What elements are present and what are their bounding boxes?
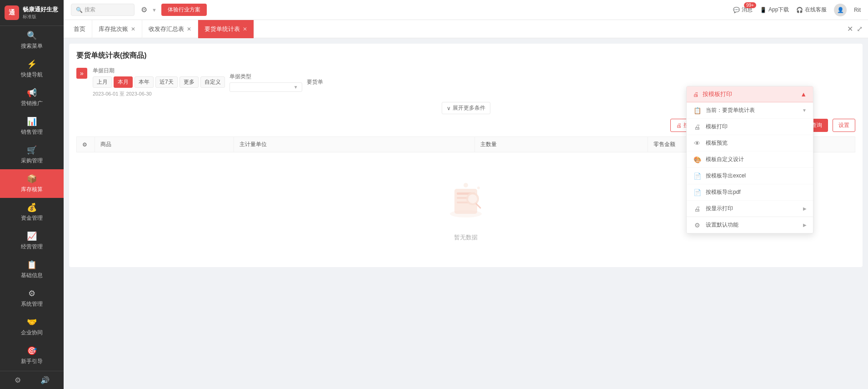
sidebar-item-inventory[interactable]: 📦 库存核算	[0, 169, 64, 198]
order-type-field-group: 要货单	[307, 78, 323, 86]
sidebar: 通 畅康通好生意 标准版 🔍 搜索菜单 ⚡ 快捷导航 📢 营销推广 📊 销售管理…	[0, 0, 64, 389]
sidebar-item-label: 企业协同	[21, 329, 43, 337]
username-label: Rit	[854, 7, 861, 13]
dropdown-display-print[interactable]: 🖨 按显示打印 ▶	[687, 201, 813, 217]
date-range-text: 2023-06-01 至 2023-06-30	[93, 91, 225, 97]
service-icon: 🎧	[796, 7, 803, 13]
tab-close-icon[interactable]: ✕	[243, 26, 247, 32]
settings-label: 设置	[838, 121, 849, 129]
printer-icon: 🖨	[693, 123, 701, 131]
settings-button[interactable]: 设置	[833, 119, 855, 132]
date-week7-btn[interactable]: 近7天	[155, 76, 178, 88]
search-placeholder: 搜索	[85, 6, 95, 14]
dropdown-current-item[interactable]: 📋 当前：要货单统计表 ▼	[687, 102, 813, 119]
expand-conditions-btn[interactable]: ∨ 展开更多条件	[442, 102, 490, 114]
expand-icon: ∨	[447, 105, 451, 111]
settings-gear-icon[interactable]: ⚙	[141, 5, 147, 14]
app-name: 畅康通好生意	[23, 5, 58, 14]
tab-label: 要货单统计表	[205, 25, 240, 33]
content-area: 要货单统计表(按商品) » 单据日期 上月 本月 本年 近7天 更多	[64, 38, 868, 389]
sales-icon: 📊	[27, 116, 37, 126]
dropdown-template-preview[interactable]: 👁 模板预览	[687, 135, 813, 152]
search-box[interactable]: 🔍 搜索	[71, 4, 135, 16]
design-icon: 🎨	[693, 156, 701, 163]
main-area: 🔍 搜索 ⚙ ▼ 体验行业方案 💬 消息 99+ 📱 App下载 🎧 在线客服 …	[64, 0, 868, 389]
sidebar-item-quick-nav[interactable]: ⚡ 快捷导航	[0, 55, 64, 83]
chevron-right-icon: »	[80, 70, 84, 77]
marketing-icon: 📢	[27, 88, 37, 98]
dropdown-template-design[interactable]: 🎨 模板自定义设计	[687, 152, 813, 168]
quick-nav-icon: ⚡	[27, 59, 37, 69]
empty-icon-svg	[443, 180, 489, 221]
sidebar-item-label: 基础信息	[21, 272, 43, 279]
col-quantity: 主数量	[475, 137, 648, 152]
printer-icon: 🖨	[693, 205, 701, 212]
online-service-item[interactable]: 🎧 在线客服	[796, 6, 827, 14]
sidebar-item-label: 资金管理	[21, 214, 43, 222]
dropdown-template-pdf[interactable]: 📄 按模板导出pdf	[687, 184, 813, 201]
sidebar-item-basic[interactable]: 📋 基础信息	[0, 255, 64, 284]
experience-button[interactable]: 体验行业方案	[161, 4, 207, 16]
sidebar-item-finance[interactable]: 💰 资金管理	[0, 198, 64, 227]
close-all-icon[interactable]: ✕	[847, 25, 853, 33]
type-select[interactable]: ▼	[229, 82, 302, 92]
message-icon: 💬	[733, 7, 740, 13]
sidebar-item-search[interactable]: 🔍 搜索菜单	[0, 26, 64, 55]
excel-icon: 📄	[693, 172, 701, 180]
online-service-label: 在线客服	[805, 6, 827, 14]
sidebar-item-label: 销售管理	[21, 128, 43, 136]
dropdown-template-print[interactable]: 🖨 模板打印	[687, 119, 813, 135]
dropdown-default-func[interactable]: ⚙ 设置默认功能 ▶	[687, 217, 813, 233]
system-icon: ⚙	[28, 288, 35, 298]
sidebar-item-sales[interactable]: 📊 销售管理	[0, 112, 64, 141]
purchase-icon: 🛒	[27, 145, 37, 155]
tab-label: 收发存汇总表	[149, 25, 184, 33]
sidebar-settings-icon[interactable]: ⚙	[15, 376, 21, 384]
tab-home[interactable]: 首页	[67, 20, 92, 38]
sidebar-item-label: 系统管理	[21, 300, 43, 308]
operation-icon: 📈	[27, 231, 37, 241]
messages-item[interactable]: 💬 消息 99+	[733, 6, 753, 14]
display-print-label: 按显示打印	[706, 205, 733, 212]
tab-inventory-batch[interactable]: 库存批次账 ✕	[92, 20, 142, 38]
message-badge: 99+	[744, 2, 756, 8]
date-selector: 上月 本月 本年 近7天 更多 自定义	[93, 76, 225, 88]
dropdown-template-excel[interactable]: 📄 按模板导出excel	[687, 168, 813, 184]
dropdown-close-icon[interactable]: ▲	[800, 91, 807, 98]
app-version: 标准版	[23, 14, 58, 20]
print-dropdown-menu: 🖨 按模板打印 ▲ 📋 当前：要货单统计表 ▼ 🖨 模板打印 👁 模板预览 🎨	[686, 86, 813, 234]
chevron-down-icon: ▼	[802, 108, 807, 113]
tab-receipt-summary[interactable]: 收发存汇总表 ✕	[142, 20, 198, 38]
date-year-btn[interactable]: 本年	[135, 76, 154, 88]
sidebar-speaker-icon[interactable]: 🔊	[40, 376, 50, 384]
tab-close-icon[interactable]: ✕	[187, 26, 191, 32]
svg-point-9	[477, 187, 480, 189]
sidebar-item-operation[interactable]: 📈 经营管理	[0, 227, 64, 255]
sidebar-item-label: 库存核算	[21, 186, 43, 193]
user-avatar[interactable]: 👤	[834, 4, 847, 16]
expand-icon[interactable]: ⤢	[857, 25, 863, 33]
chevron-down-icon[interactable]: ▼	[152, 7, 157, 13]
date-custom-btn[interactable]: 自定义	[200, 76, 225, 88]
sidebar-item-guide[interactable]: 🎯 新手引导	[0, 341, 64, 370]
filter-toggle-button[interactable]: »	[76, 68, 87, 79]
tab-order-stats[interactable]: 要货单统计表 ✕	[198, 20, 254, 38]
basic-icon: 📋	[27, 260, 37, 270]
sidebar-item-system[interactable]: ⚙ 系统管理	[0, 284, 64, 313]
date-more-btn[interactable]: 更多	[180, 76, 199, 88]
app-download-item[interactable]: 📱 App下载	[760, 6, 789, 14]
search-icon: 🔍	[76, 7, 83, 13]
empty-text: 暂无数据	[454, 233, 478, 242]
sidebar-item-purchase[interactable]: 🛒 采购管理	[0, 141, 64, 169]
type-field-group: 单据类型 ▼	[229, 73, 302, 92]
sidebar-item-enterprise[interactable]: 🤝 企业协同	[0, 313, 64, 341]
sidebar-item-marketing[interactable]: 📢 营销推广	[0, 83, 64, 112]
date-current-btn[interactable]: 本月	[114, 76, 133, 88]
template-excel-label: 按模板导出excel	[706, 172, 746, 180]
printer-header-icon: 🖨	[693, 91, 699, 98]
topbar-right: 💬 消息 99+ 📱 App下载 🎧 在线客服 👤 Rit	[733, 4, 861, 16]
col-settings[interactable]: ⚙	[77, 137, 95, 152]
date-prev-btn[interactable]: 上月	[93, 76, 112, 88]
order-type-label: 要货单	[307, 78, 323, 86]
tab-close-icon[interactable]: ✕	[131, 26, 135, 32]
